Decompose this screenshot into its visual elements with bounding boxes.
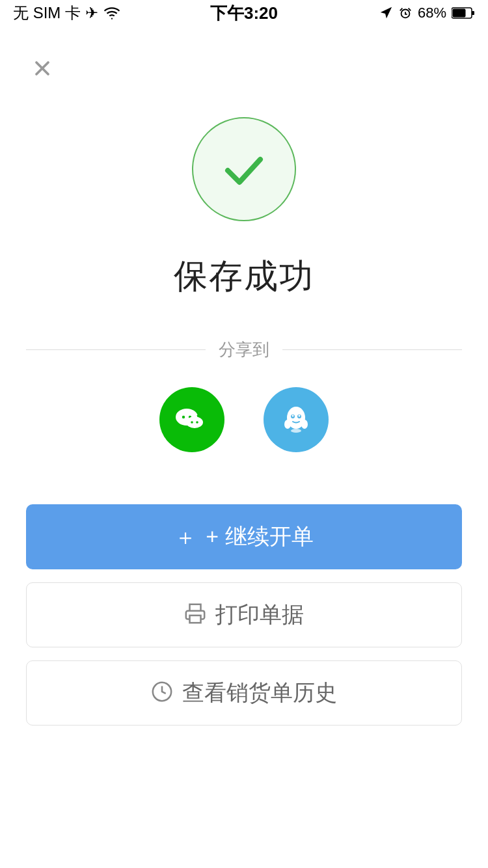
qq-share-button[interactable] — [264, 387, 329, 452]
main-content: 保存成功 分享到 — [0, 26, 488, 868]
close-button[interactable] — [26, 52, 59, 85]
svg-point-16 — [191, 421, 193, 424]
location-icon — [379, 6, 393, 20]
svg-point-13 — [182, 416, 185, 418]
battery-text: 68% — [418, 5, 446, 21]
svg-point-23 — [292, 415, 294, 417]
svg-point-0 — [111, 18, 113, 20]
history-icon — [151, 681, 173, 706]
wifi-icon — [103, 5, 120, 21]
svg-point-24 — [299, 415, 301, 417]
wechat-icon — [172, 400, 211, 439]
share-divider: 分享到 — [26, 338, 462, 361]
print-button[interactable]: 打印单据 — [26, 582, 462, 647]
svg-rect-6 — [472, 11, 474, 15]
svg-rect-7 — [453, 9, 466, 18]
svg-point-20 — [301, 420, 308, 429]
print-label: 打印单据 — [215, 600, 304, 630]
qq-icon — [276, 400, 316, 440]
share-label: 分享到 — [219, 338, 269, 361]
share-section: 分享到 — [26, 338, 462, 452]
wechat-share-button[interactable] — [159, 387, 224, 452]
divider-left — [26, 349, 206, 350]
status-bar: 无 SIM 卡 ✈ 下午3:20 68% — [0, 0, 488, 26]
checkmark-icon — [218, 143, 270, 195]
print-icon — [184, 603, 206, 628]
alarm-icon — [398, 6, 413, 20]
continue-button[interactable]: ＋ + 继续开单 — [26, 504, 462, 569]
status-left: 无 SIM 卡 ✈ — [13, 3, 120, 23]
continue-label: + 继续开单 — [206, 522, 313, 552]
history-label: 查看销货单历史 — [182, 678, 337, 708]
svg-point-17 — [196, 421, 198, 424]
svg-rect-26 — [190, 615, 201, 622]
share-icons — [159, 387, 329, 452]
svg-marker-1 — [381, 7, 392, 18]
signal-text: 无 SIM 卡 ✈ — [13, 3, 98, 23]
plus-icon: ＋ — [174, 526, 197, 548]
success-indicator — [192, 117, 296, 221]
svg-point-25 — [291, 429, 301, 433]
success-title: 保存成功 — [174, 254, 314, 299]
svg-point-19 — [284, 420, 291, 429]
action-buttons: ＋ + 继续开单 打印单据 查看销货单历史 — [26, 504, 462, 726]
battery-icon — [452, 7, 475, 20]
svg-point-15 — [186, 416, 203, 428]
divider-right — [282, 349, 462, 350]
history-button[interactable]: 查看销货单历史 — [26, 660, 462, 726]
status-right: 68% — [379, 5, 475, 21]
status-time: 下午3:20 — [210, 2, 278, 25]
